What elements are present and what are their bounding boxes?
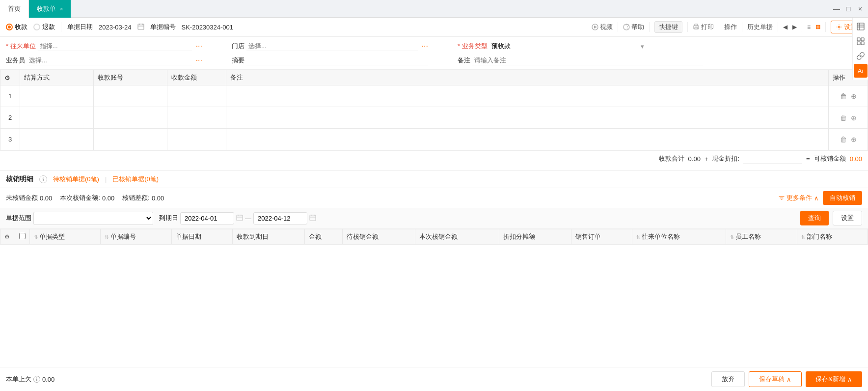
cell-account-3[interactable] [94,129,167,150]
video-label: 视频 [600,23,613,31]
salesperson-input[interactable] [27,56,192,65]
auto-verify-button[interactable]: 自动核销 [823,191,862,205]
doc-info-icon[interactable]: ℹ [33,376,40,383]
vth-check[interactable] [15,229,30,245]
store-more-icon[interactable]: ··· [422,42,428,51]
th-settlement-label: 结算方式 [24,74,50,81]
business-type-arrow[interactable]: ▾ [641,43,644,50]
counterpart-more-icon[interactable]: ··· [196,42,202,51]
menu-btn[interactable]: ≡ [807,24,811,30]
unchecked-label: 未核销金额 [6,194,38,202]
store-input[interactable] [246,41,418,51]
vth-pending-label: 待核销金额 [347,233,379,240]
cell-remark-3[interactable] [226,129,829,150]
shortcut-btn[interactable]: 快捷键 [654,21,682,33]
radio-refund-dot [33,24,40,30]
next-btn[interactable]: ▶ [792,24,797,30]
cell-amount-1[interactable] [167,85,226,107]
counterpart-label: 往来单位 [6,42,36,51]
close-button[interactable]: × [856,5,864,13]
discount-input[interactable] [743,154,802,164]
sidebar-ai-icon[interactable]: Ai [854,64,868,78]
cell-remark-2[interactable] [226,107,829,129]
radio-receipt[interactable]: 收款 [6,23,27,31]
delete-icon-1[interactable]: 🗑 [840,92,847,100]
cell-account-2[interactable] [94,107,167,129]
range-label: 单据范围 [6,214,31,223]
prev-btn[interactable]: ◀ [783,24,787,30]
date-to-input[interactable] [253,212,307,224]
filter-row: 单据范围 到期日 — 查询 [0,208,868,229]
table-area: ⚙ 结算方式 收款账号 收款金额 备注 操作 [0,70,868,150]
date-value: 2023-03-24 [99,24,132,31]
tab-home[interactable]: 首页 [0,0,29,18]
more-conditions-btn[interactable]: 更多条件 ∧ [779,194,819,202]
layout-btn[interactable]: ⊞ [815,24,820,30]
operation-btn[interactable]: 操作 [724,23,737,31]
filter-setting-button[interactable]: 设置 [833,211,862,225]
cell-settlement-1[interactable] [20,85,94,107]
toolbar-right: 视频 ? 帮助 快捷键 打印 操作 历史单据 [592,21,862,33]
copy-icon-3[interactable]: ⊕ [851,136,857,143]
cal-icon-to[interactable] [309,214,316,223]
counterpart-input[interactable] [38,41,192,51]
history-btn[interactable]: 历史单据 [747,23,773,31]
tab-receipt[interactable]: 收款单 × [29,0,71,18]
delete-icon-3[interactable]: 🗑 [840,136,847,143]
cell-amount-3[interactable] [167,129,226,150]
sidebar-link-icon[interactable] [854,49,868,63]
doc-label: 本单上欠 [6,375,31,384]
vth-date: 单据日期 [171,229,232,245]
radio-receipt-dot [6,24,13,30]
calendar-icon[interactable] [137,23,144,31]
vth-discount-label: 折扣分摊额 [503,233,535,240]
vth-store-label: 部门名称 [807,233,832,240]
summary-input[interactable] [246,56,428,65]
maximize-button[interactable]: □ [844,5,852,13]
pending-tab[interactable]: 待核销单据(0笔) [53,175,99,184]
abandon-button[interactable]: 放弃 [711,371,745,387]
video-btn[interactable]: 视频 [592,23,613,31]
tab-close-icon[interactable]: × [60,6,63,12]
th-operation-label: 操作 [833,74,845,81]
business-type-field: 业务类型 预收款 ▾ [458,41,644,52]
salesperson-more-icon[interactable]: ··· [196,56,202,65]
range-select[interactable] [33,212,153,225]
verify-info-icon[interactable]: ℹ [39,175,47,183]
done-tab[interactable]: 已核销单据(0笔) [112,175,159,184]
total-label: 收款合计 [659,154,684,163]
abandon-label: 放弃 [722,375,734,383]
divider2 [618,22,618,32]
th-gear[interactable]: ⚙ [0,70,20,85]
operation-label: 操作 [724,23,737,31]
cell-amount-2[interactable] [167,107,226,129]
summary-label: 摘要 [232,56,244,65]
total-value: 0.00 [688,155,701,163]
help-btn[interactable]: ? 帮助 [623,23,644,31]
date-from-input[interactable] [180,212,234,224]
unchecked-stat: 未核销金额 0.00 [6,194,52,202]
verify-header: 核销明细 ℹ 待核销单据(0笔) | 已核销单据(0笔) [0,171,868,188]
cell-account-1[interactable] [94,85,167,107]
save-new-button[interactable]: 保存&新增 ∧ [806,371,862,387]
copy-icon-1[interactable]: ⊕ [851,92,857,100]
check-all[interactable] [19,233,26,239]
query-button[interactable]: 查询 [800,211,829,225]
sidebar-table-icon[interactable] [854,20,868,33]
radio-refund[interactable]: 退款 [33,23,55,31]
cell-settlement-2[interactable] [20,107,94,129]
minimize-button[interactable]: — [833,5,841,13]
cal-icon-from[interactable] [236,214,243,223]
cell-settlement-3[interactable] [20,129,94,150]
vth-gear[interactable]: ⚙ [0,229,15,245]
svg-rect-26 [857,42,860,45]
svg-rect-25 [861,38,864,41]
unchecked-value: 0.00 [40,195,52,202]
print-btn[interactable]: 打印 [693,23,714,31]
sidebar-grid-icon[interactable] [854,34,868,48]
delete-icon-2[interactable]: 🗑 [840,114,847,122]
copy-icon-2[interactable]: ⊕ [851,114,857,122]
save-draft-button[interactable]: 保存草稿 ∧ [749,371,802,387]
cell-remark-1[interactable] [226,85,829,107]
remark-input[interactable] [472,56,703,65]
